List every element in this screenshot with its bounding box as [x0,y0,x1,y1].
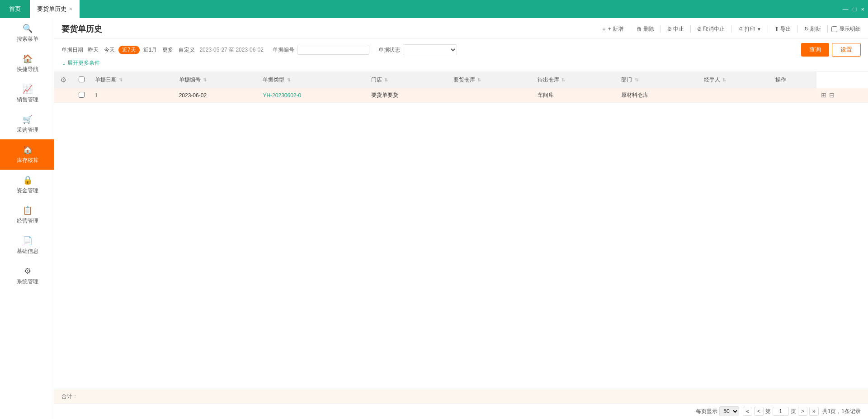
column-settings-icon[interactable]: ⚙ [60,76,66,84]
select-all-checkbox[interactable] [79,76,85,82]
sidebar-item-basic[interactable]: 📄 基础信息 [0,230,54,261]
setting-button[interactable]: 设置 [832,43,861,57]
date-btn-7days[interactable]: 近7天 [118,46,140,54]
page-header: 要货单历史 ＋ + 新增 🗑 删除 ⊘ 中止 ⊘ [54,18,868,38]
col-header-req-warehouse: 要货仓库 ⇅ [449,72,533,88]
page-title: 要货单历史 [61,24,102,34]
table-container: ⚙ 单据日期 ⇅ 单据编号 ⇅ [54,72,868,390]
expand-more-btn[interactable]: ⌄ 展开更多条件 [61,59,861,67]
total-info: 共1页，1条记录 [822,408,861,415]
date-btn-yesterday[interactable]: 昨天 [86,46,100,54]
date-btn-1month[interactable]: 近1月 [142,46,159,54]
sidebar-item-label: 库存核算 [17,157,38,164]
row-num-cell: 1 [90,88,175,103]
date-btn-today[interactable]: 今天 [102,46,117,54]
col-header-dept: 部门 ⇅ [617,72,699,88]
row-no-cell[interactable]: YH-20230602-0 [258,88,366,103]
docno-input[interactable] [297,45,369,55]
delete-icon: 🗑 [637,26,642,32]
tab-active-label: 要货单历史 [37,5,66,13]
prev-page-button[interactable]: < [754,407,764,416]
row-req-warehouse-cell: 车间库 [533,88,617,103]
sidebar-item-search[interactable]: 🔍 搜索菜单 [0,18,54,48]
row-more-icon[interactable]: ⊟ [829,91,835,99]
sidebar-item-operation[interactable]: 📋 经营管理 [0,200,54,230]
col-header-handler: 经手人 ⇅ [699,72,771,88]
date-range-display: 2023-05-27 至 2023-06-02 [199,46,263,54]
sidebar-item-label: 采购管理 [17,126,38,134]
tab-home[interactable]: 首页 [0,0,30,18]
sort-icon-pend-warehouse[interactable]: ⇅ [561,77,565,82]
display-detail-label: 显示明细 [831,25,861,33]
status-filter-label: 单据状态 [378,46,400,54]
page-label: 第 [765,408,771,415]
refresh-label: 刷新 [810,25,821,33]
pagination-bar: 每页显示 50 « < 第 页 > » 共1页，1条记录 [54,403,868,419]
sidebar-item-inventory[interactable]: 🏠 库存核算 [0,139,54,170]
minimize-icon[interactable]: — [843,6,849,13]
print-icon: 🖨 [738,26,743,32]
cancel-stop-button[interactable]: ⊘ 取消中止 [694,24,727,34]
print-button[interactable]: 🖨 打印 ▼ [735,24,764,34]
sidebar-item-system[interactable]: ⚙ 系统管理 [0,261,54,291]
query-button[interactable]: 查询 [801,43,829,57]
export-button[interactable]: ⬆ 导出 [772,24,794,34]
sidebar-item-sales[interactable]: 📈 销售管理 [0,79,54,109]
table-row[interactable]: 1 2023-06-02 YH-20230602-0 要货单要货 车间库 原材料… [54,88,868,103]
data-table: ⚙ 单据日期 ⇅ 单据编号 ⇅ [54,72,868,103]
sidebar-item-label: 资金管理 [17,187,38,195]
delete-button[interactable]: 🗑 删除 [634,24,657,34]
col-header-check [72,72,90,88]
date-filter-group: 单据日期 昨天 今天 近7天 近1月 更多 自定义 2023-05-27 至 2… [61,46,264,54]
sidebar-item-label: 快捷导航 [17,66,38,73]
sidebar-item-quicknav[interactable]: 🏠 快捷导航 [0,48,54,79]
sort-icon-handler[interactable]: ⇅ [722,77,726,82]
date-filter-buttons: 昨天 今天 近7天 近1月 更多 自定义 [86,46,197,54]
next-page-button[interactable]: > [798,407,807,416]
sort-icon-dept[interactable]: ⇅ [635,77,638,82]
home-icon: 🏠 [23,54,33,64]
date-filter-label: 单据日期 [61,46,83,54]
last-page-button[interactable]: » [809,407,819,416]
row-doc-link[interactable]: YH-20230602-0 [263,92,301,99]
per-page-select[interactable]: 50 [719,406,739,416]
table-footer: 合计： [54,390,868,403]
refresh-button[interactable]: ↻ 刷新 [802,24,824,34]
sort-icon-no[interactable]: ⇅ [203,77,207,82]
row-checkbox[interactable] [79,92,85,98]
row-handler-cell [771,88,816,103]
sidebar-item-purchase[interactable]: 🛒 采购管理 [0,109,54,139]
cancel-stop-icon: ⊘ [697,26,702,32]
sort-icon-date[interactable]: ⇅ [119,77,123,82]
delete-label: 删除 [643,25,654,33]
status-filter-group: 单据状态 [378,44,457,55]
table-body: 1 2023-06-02 YH-20230602-0 要货单要货 车间库 原材料… [54,88,868,103]
maximize-icon[interactable]: □ [853,6,857,13]
display-detail-checkbox[interactable] [831,26,837,32]
tab-active-doc[interactable]: 要货单历史 × [30,0,80,18]
basic-icon: 📄 [23,236,33,246]
status-select[interactable] [403,44,457,55]
expand-icon: ⌄ [61,60,66,67]
window-close-icon[interactable]: × [861,6,864,13]
row-op-icons: ⊞ ⊟ [821,91,863,99]
export-label: 导出 [780,25,791,33]
top-bar-right: — □ × [843,6,868,13]
print-dropdown-icon: ▼ [757,27,761,32]
sort-icon-req-warehouse[interactable]: ⇅ [477,77,481,82]
row-edit-icon[interactable]: ⊞ [821,91,826,99]
date-btn-custom[interactable]: 自定义 [177,46,197,54]
date-btn-more[interactable]: 更多 [160,46,175,54]
tab-close-icon[interactable]: × [69,6,72,12]
stop-button[interactable]: ⊘ 中止 [665,24,687,34]
sort-icon-store[interactable]: ⇅ [384,77,388,82]
top-bar: 首页 要货单历史 × — □ × [0,0,868,18]
new-button[interactable]: ＋ + 新增 [599,24,626,34]
first-page-button[interactable]: « [743,407,752,416]
sidebar-item-label: 经营管理 [17,217,38,225]
display-detail-text: 显示明细 [839,25,861,33]
sidebar-item-finance[interactable]: 🔒 资金管理 [0,170,54,200]
current-page-input[interactable] [773,407,789,416]
cancel-stop-label: 取消中止 [703,25,725,33]
sort-icon-type[interactable]: ⇅ [287,77,291,82]
